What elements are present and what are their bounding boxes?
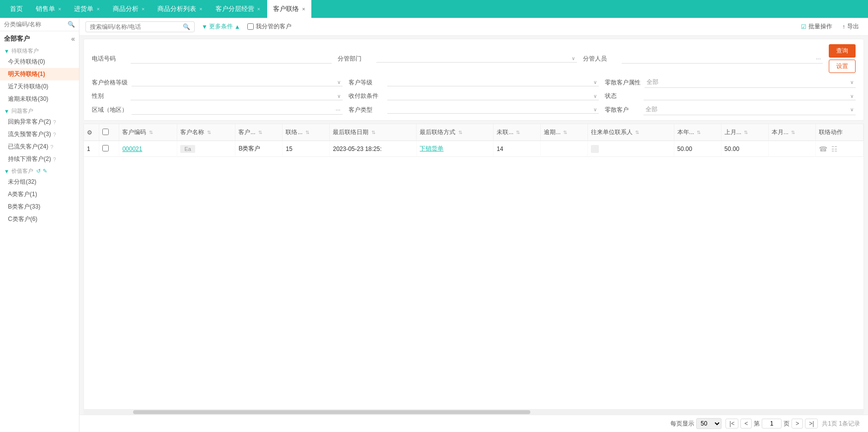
customer-type-select[interactable]: ∨ — [387, 106, 599, 114]
retail-customer-label: 零散客户 — [605, 106, 640, 114]
top-nav: 首页 销售单 × 进货单 × 商品分析 × 商品分析列表 × 客户分层经营 × … — [0, 0, 868, 18]
last-method-link[interactable]: 下销货单 — [420, 145, 443, 152]
last-page-btn[interactable]: >| — [805, 419, 818, 429]
cell-this-month — [768, 141, 815, 157]
h-scrollbar-thumb[interactable] — [133, 410, 530, 414]
nav-customer-contact[interactable]: 客户联络 × — [267, 0, 311, 18]
cell-checkbox — [99, 141, 119, 157]
my-customers-checkbox[interactable] — [247, 23, 254, 30]
batch-btn[interactable]: ☑ 批量操作 — [798, 21, 835, 32]
sidebar-item-declining[interactable]: 持续下滑客户(2) ? — [0, 153, 79, 165]
close-icon[interactable]: × — [142, 6, 145, 12]
collapse-icon[interactable]: « — [71, 35, 75, 43]
col-uncontacted[interactable]: 未联... ⇅ — [494, 124, 541, 141]
retail-customer-select[interactable]: 全部 ∨ — [644, 104, 856, 115]
week-contact-label: 近7天待联络(0) — [8, 82, 48, 91]
customer-code-link[interactable]: 000021 — [122, 145, 142, 152]
col-last-date[interactable]: 最后联络日期 ⇅ — [330, 124, 417, 141]
person-input[interactable]: ··· — [622, 54, 823, 64]
nav-sales[interactable]: 销售单 × — [30, 0, 67, 18]
nav-customer-tier[interactable]: 客户分层经营 × — [210, 0, 266, 18]
area-input[interactable]: ··· — [132, 105, 343, 115]
h-scrollbar[interactable] — [83, 410, 864, 415]
nav-purchase[interactable]: 进货单 × — [68, 0, 105, 18]
sidebar-item-overdue[interactable]: 逾期未联络(30) — [0, 93, 79, 105]
next-page-btn[interactable]: > — [792, 419, 803, 429]
phone-icon[interactable]: ☎ — [819, 145, 827, 153]
price-level-select[interactable]: ∨ — [132, 78, 343, 86]
filter-price-level: 客户价格等级 ∨ — [92, 78, 343, 87]
col-contact-person[interactable]: 往来单位联系人 ⇅ — [588, 124, 674, 141]
sidebar-item-bclass[interactable]: B类客户(33) — [0, 201, 79, 213]
total-info: 共1页 1条记录 — [822, 420, 860, 428]
status-select[interactable]: ∨ — [644, 92, 856, 100]
col-checkbox — [99, 124, 119, 141]
settings-btn[interactable]: 设置 — [829, 60, 856, 73]
payment-select[interactable]: ∨ — [387, 92, 599, 100]
sidebar-item-cclass[interactable]: C类客户(6) — [0, 213, 79, 225]
phone-input[interactable] — [131, 54, 332, 64]
help-icon[interactable]: ? — [50, 144, 53, 150]
query-btn[interactable]: 查询 — [829, 44, 856, 58]
sidebar-item-lost[interactable]: 已流失客户(24) ? — [0, 141, 79, 153]
close-icon[interactable]: × — [302, 6, 305, 12]
col-this-year[interactable]: 本年... ⇅ — [674, 124, 721, 141]
nav-home[interactable]: 首页 — [4, 0, 29, 18]
col-last-month[interactable]: 上月... ⇅ — [721, 124, 768, 141]
sort-icon: ⇅ — [563, 130, 567, 135]
per-page-dropdown[interactable]: 50 100 200 — [696, 418, 722, 429]
chevron-up-icon: ▲ — [234, 23, 240, 30]
my-customers-checkbox-label[interactable]: 我分管的客户 — [247, 22, 291, 31]
close-icon[interactable]: × — [58, 6, 61, 12]
ungrouped-label: 未分组(32) — [8, 178, 36, 186]
bclass-label: B类客户(33) — [8, 203, 40, 211]
cell-last-method: 下销货单 — [417, 141, 494, 157]
first-page-btn[interactable]: |< — [725, 419, 738, 429]
filter-panel: 电话号码 分管部门 ∨ 分管人员 ··· 查询 设置 — [83, 39, 864, 121]
col-name[interactable]: 客户名称 ⇅ — [177, 124, 235, 141]
dept-select[interactable]: ∨ — [376, 55, 578, 63]
nav-product-analysis[interactable]: 商品分析 × — [107, 0, 150, 18]
sidebar-item-tomorrow[interactable]: 明天待联络(1) — [0, 68, 79, 80]
customer-type-label: 客户类型 — [349, 106, 383, 114]
refresh-icon[interactable]: ↺ — [36, 168, 41, 174]
row-checkbox[interactable] — [102, 145, 109, 151]
gender-select[interactable]: ∨ — [131, 92, 343, 100]
help-icon[interactable]: ? — [53, 119, 56, 125]
problem-group-label: 问题客户 — [11, 107, 33, 115]
retail-attr-select[interactable]: 全部 ∨ — [645, 77, 856, 88]
search-icon[interactable]: 🔍 — [68, 21, 75, 28]
sidebar-item-week[interactable]: 近7天待联络(0) — [0, 80, 79, 93]
sidebar-item-today[interactable]: 今天待联络(0) — [0, 56, 79, 68]
help-icon[interactable]: ? — [53, 132, 56, 138]
edit-icon[interactable]: ✎ — [43, 168, 47, 174]
col-contact-count[interactable]: 联络... ⇅ — [283, 124, 330, 141]
sidebar-item-repurchase[interactable]: 回购异常客户(2) ? — [0, 116, 79, 128]
sidebar-item-aclass[interactable]: A类客户(1) — [0, 188, 79, 201]
value-group-label: 价值客户 — [11, 167, 33, 175]
page-input[interactable] — [762, 419, 782, 429]
sidebar-search-input[interactable] — [4, 21, 66, 28]
nav-product-list[interactable]: 商品分析列表 × — [151, 0, 208, 18]
search-input[interactable] — [90, 23, 181, 30]
col-last-method[interactable]: 最后联络方式 ⇅ — [417, 124, 494, 141]
col-code[interactable]: 客户编码 ⇅ — [119, 124, 177, 141]
col-overdue[interactable]: 逾期... ⇅ — [541, 124, 588, 141]
prev-page-btn[interactable]: < — [740, 419, 752, 429]
close-icon[interactable]: × — [257, 6, 260, 12]
col-this-month[interactable]: 本月... ⇅ — [768, 124, 815, 141]
search-icon[interactable]: 🔍 — [183, 23, 190, 30]
col-type[interactable]: 客户... ⇅ — [235, 124, 283, 141]
select-all-checkbox[interactable] — [102, 129, 109, 135]
sidebar-item-ungrouped[interactable]: 未分组(32) — [0, 176, 79, 188]
close-icon[interactable]: × — [96, 6, 99, 12]
filter-btn[interactable]: ▼ 更多条件 ▲ — [199, 21, 243, 32]
export-btn[interactable]: ↑ 导出 — [839, 21, 862, 32]
customer-level-select[interactable]: ∨ — [387, 78, 599, 86]
sidebar-item-lostwarning[interactable]: 流失预警客户(3) ? — [0, 128, 79, 141]
grid-icon[interactable]: ☷ — [831, 145, 838, 153]
filter-payment: 收付款条件 ∨ — [349, 92, 599, 100]
close-icon[interactable]: × — [199, 6, 202, 12]
gear-icon[interactable]: ⚙ — [87, 129, 92, 136]
help-icon[interactable]: ? — [53, 156, 56, 162]
